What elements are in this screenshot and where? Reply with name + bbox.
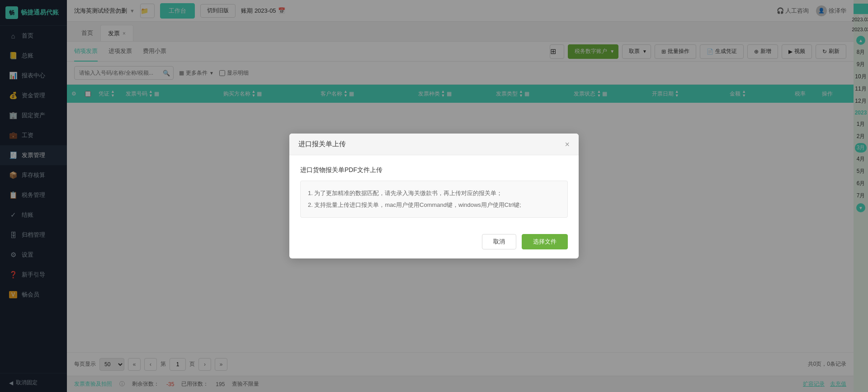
modal-select-file-btn[interactable]: 选择文件 [522,234,568,249]
modal-info-item-1: 1. 为了更加精准的数据匹配，请先录入海关缴款书，再上传对应的报关单； [308,187,560,199]
modal-info-item-2: 2. 支持批量上传进口报关单，mac用户使用Command键，windows用户… [308,199,560,211]
modal-import-customs: 进口报关单上传 × 进口货物报关单PDF文件上传 1. 为了更加精准的数据匹配，… [289,134,579,258]
modal-cancel-btn[interactable]: 取消 [482,234,516,249]
modal-overlay: 进口报关单上传 × 进口货物报关单PDF文件上传 1. 为了更加精准的数据匹配，… [0,0,868,392]
modal-title: 进口报关单上传 [298,140,346,148]
modal-body: 进口货物报关单PDF文件上传 1. 为了更加精准的数据匹配，请先录入海关缴款书，… [289,155,579,227]
modal-header: 进口报关单上传 × [289,134,579,155]
modal-footer: 取消 选择文件 [289,227,579,258]
modal-section-title: 进口货物报关单PDF文件上传 [300,166,568,174]
modal-info-box: 1. 为了更加精准的数据匹配，请先录入海关缴款书，再上传对应的报关单； 2. 支… [300,181,568,218]
modal-close-btn[interactable]: × [565,140,570,148]
